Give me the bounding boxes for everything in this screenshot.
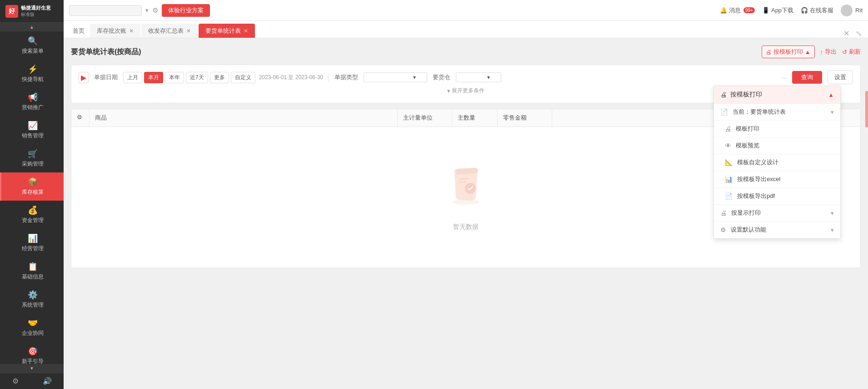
query-button[interactable]: 查询	[792, 71, 822, 84]
tab-collection-summary-label: 收发存汇总表	[148, 27, 184, 35]
date-btn-more[interactable]: 更多	[210, 72, 229, 83]
marketing-icon: 📢	[28, 92, 38, 102]
topbar: ▾ ⚙ 体验行业方案 🔔 消息 99+ 📱 App下载 🎧 在线客服 Rit	[64, 0, 868, 21]
empty-text: 暂无数据	[453, 223, 479, 231]
page-actions: 🖨 按模板打印 ▲ ↑ 导出 ↺ 刷新	[762, 45, 861, 58]
topbar-gear-icon[interactable]: ⚙	[152, 6, 158, 15]
display-print-label: 按显示打印	[731, 209, 761, 217]
app-download-area[interactable]: 📱 App下载	[762, 6, 793, 15]
sidebar-item-finance[interactable]: 💰 资金管理	[0, 201, 64, 229]
dropdown-section-default-func[interactable]: ⚙ 设置默认功能 ▾	[714, 222, 840, 238]
expand-more-label: 展开更多条件	[452, 87, 484, 95]
default-func-label: 设置默认功能	[731, 226, 766, 234]
col-unit: 主计量单位	[398, 109, 452, 126]
user-area[interactable]: Rit	[841, 5, 863, 16]
sidebar-item-basic[interactable]: 📋 基础信息	[0, 257, 64, 285]
export-button[interactable]: ↑ 导出	[820, 48, 837, 56]
refresh-label: 刷新	[849, 48, 861, 56]
col-quantity: 主数量	[452, 109, 498, 126]
bell-icon: 🔔	[720, 7, 727, 14]
sidebar-item-newbie[interactable]: 🎯 新手引导	[0, 342, 64, 364]
print-chevron-up: ▲	[805, 49, 811, 56]
sales-icon: 📈	[28, 121, 38, 131]
notifications-label: 消息	[729, 6, 741, 15]
dropdown-item-export-pdf[interactable]: 📄 按模板导出pdf	[714, 188, 840, 205]
print-label: 按模板打印	[773, 48, 803, 56]
date-btn-current-month[interactable]: 本月	[144, 72, 163, 83]
sidebar-item-label: 基础信息	[22, 273, 44, 281]
dropdown-header-left: 🖨 按模板打印	[720, 91, 762, 99]
export-excel-label: 按模板导出excel	[737, 175, 780, 183]
settings-bottom-icon[interactable]: ⚙	[12, 377, 19, 385]
filter-divider-1	[329, 73, 329, 82]
dropdown-header: 🖨 按模板打印 ▲	[714, 86, 840, 104]
user-name: Rit	[855, 7, 863, 14]
trial-button[interactable]: 体验行业方案	[162, 4, 210, 17]
tabs-close-all[interactable]: ✕	[840, 29, 853, 38]
col-settings[interactable]: ⚙	[71, 109, 90, 126]
sidebar-item-marketing[interactable]: 📢 营销推广	[0, 88, 64, 116]
date-btn-current-year[interactable]: 本年	[165, 72, 184, 83]
yh-select[interactable]: ▾	[456, 72, 501, 82]
sidebar-scroll-down[interactable]: ▼	[0, 364, 64, 373]
export-excel-icon: 📊	[725, 176, 733, 183]
resize-handle[interactable]	[865, 91, 868, 127]
date-label: 单据日期	[94, 73, 118, 81]
more-options-icon[interactable]: ···	[782, 74, 787, 81]
dropdown-item-template-design[interactable]: 📐 模板自定义设计	[714, 154, 840, 171]
tab-order-stats-close[interactable]: ✕	[244, 28, 248, 34]
dropdown-current-template[interactable]: 📄 当前：要货单统计表 ▾	[714, 104, 840, 121]
sidebar-item-collab[interactable]: 🤝 企业协同	[0, 313, 64, 342]
sidebar-item-quick-nav[interactable]: ⚡ 快捷导航	[0, 60, 64, 88]
speaker-bottom-icon[interactable]: 🔊	[43, 377, 52, 385]
sidebar-scroll-up[interactable]: ▲	[0, 23, 64, 31]
type-select[interactable]: ▾	[364, 72, 427, 82]
dropdown-item-template-print[interactable]: 🖨 模板打印	[714, 121, 840, 137]
topbar-search-input[interactable]	[69, 5, 142, 16]
sidebar-item-search[interactable]: 🔍 搜索菜单	[0, 31, 64, 60]
notifications-area[interactable]: 🔔 消息 99+	[720, 6, 755, 15]
tab-inventory-batch[interactable]: 库存批次账 ✕	[90, 24, 140, 38]
template-design-icon: 📐	[725, 159, 733, 166]
dropdown-section-display-print[interactable]: 🖨 按显示打印 ▾	[714, 205, 840, 222]
operation-icon: 📊	[28, 233, 38, 243]
expand-chevron-icon: ▾	[447, 88, 450, 94]
purchase-icon: 🛒	[28, 149, 38, 159]
sidebar-item-purchase[interactable]: 🛒 采购管理	[0, 144, 64, 172]
page-header: 要货单统计表(按商品) 🖨 按模板打印 ▲ ↑ 导出 ↺ 刷新	[71, 45, 861, 58]
template-icon: 📄	[720, 108, 728, 116]
date-range-display: 2023-06-01 至 2023-06-30	[259, 74, 323, 81]
print-button[interactable]: 🖨 按模板打印 ▲	[762, 45, 815, 58]
template-preview-icon: 👁	[725, 142, 731, 149]
topbar-dropdown-arrow[interactable]: ▾	[145, 7, 149, 14]
display-print-left: 🖨 按显示打印	[720, 209, 761, 217]
refresh-button[interactable]: ↺ 刷新	[842, 48, 861, 56]
online-service-area[interactable]: 🎧 在线客服	[801, 6, 833, 15]
tab-collection-summary-close[interactable]: ✕	[186, 28, 191, 34]
tab-home[interactable]: 首页	[68, 24, 89, 38]
sidebar-item-system[interactable]: ⚙️ 系统管理	[0, 285, 64, 313]
sidebar-item-label: 搜索菜单	[22, 47, 44, 55]
yh-label: 要货仓	[433, 73, 450, 81]
tab-collection-summary[interactable]: 收发存汇总表 ✕	[141, 24, 198, 38]
dropdown-collapse-icon[interactable]: ▲	[828, 91, 834, 98]
sidebar-item-operation[interactable]: 📊 经营管理	[0, 229, 64, 257]
dropdown-item-template-preview[interactable]: 👁 模板预览	[714, 137, 840, 154]
collab-icon: 🤝	[28, 318, 38, 328]
tab-order-stats[interactable]: 要货单统计表 ✕	[199, 24, 255, 38]
date-btn-last-month[interactable]: 上月	[123, 72, 142, 83]
date-btn-last-7-days[interactable]: 近7天	[186, 72, 208, 83]
inventory-icon: 📦	[28, 177, 38, 187]
tabs-expand[interactable]: ⤡	[854, 29, 863, 38]
sidebar-item-inventory[interactable]: 📦 库存核算	[0, 172, 64, 201]
filter-expand-icon[interactable]: ▶	[79, 72, 89, 83]
sidebar-item-sales[interactable]: 📈 销售管理	[0, 116, 64, 144]
refresh-icon: ↺	[842, 49, 847, 56]
date-btn-custom[interactable]: 自定义	[231, 72, 255, 83]
settings-button[interactable]: 设置	[828, 71, 853, 84]
sidebar-item-label: 营销推广	[22, 104, 44, 111]
main-content: ▾ ⚙ 体验行业方案 🔔 消息 99+ 📱 App下载 🎧 在线客服 Rit	[64, 0, 868, 389]
newbie-icon: 🎯	[28, 346, 38, 356]
tab-inventory-batch-close[interactable]: ✕	[129, 28, 134, 34]
dropdown-item-export-excel[interactable]: 📊 按模板导出excel	[714, 171, 840, 188]
